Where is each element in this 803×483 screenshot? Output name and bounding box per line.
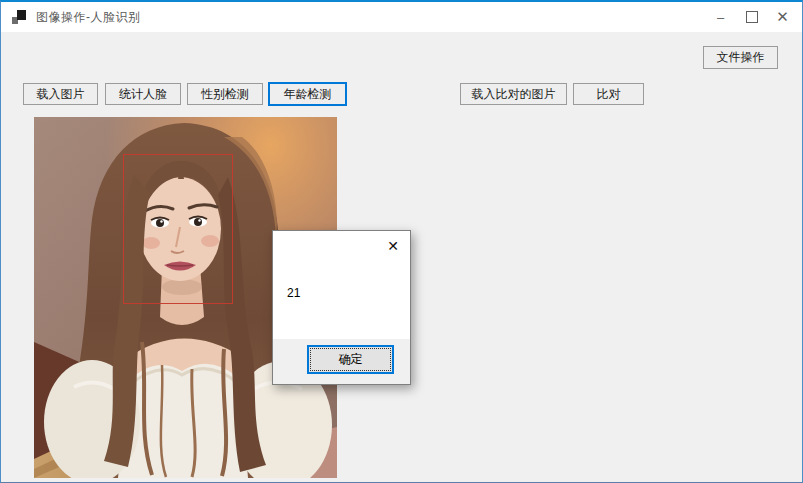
face-detection-box bbox=[123, 154, 233, 304]
dialog-close-icon[interactable]: ✕ bbox=[383, 236, 403, 256]
count-faces-button[interactable]: 统计人脸 bbox=[105, 83, 181, 105]
ok-button[interactable]: 确定 bbox=[307, 345, 394, 374]
minimize-icon[interactable]: – bbox=[705, 2, 736, 32]
load-image-button[interactable]: 载入图片 bbox=[23, 83, 98, 105]
app-icon bbox=[12, 10, 27, 24]
load-compare-image-button[interactable]: 载入比对的图片 bbox=[460, 83, 567, 105]
gender-detect-button[interactable]: 性别检测 bbox=[187, 83, 263, 105]
window-title: 图像操作-人脸识别 bbox=[36, 9, 141, 26]
close-icon[interactable]: ✕ bbox=[767, 2, 798, 32]
compare-button[interactable]: 比对 bbox=[573, 83, 644, 105]
titlebar: 图像操作-人脸识别 – ✕ bbox=[1, 2, 802, 32]
file-operations-button[interactable]: 文件操作 bbox=[703, 46, 778, 69]
age-detect-button[interactable]: 年龄检测 bbox=[268, 82, 347, 106]
maximize-icon[interactable] bbox=[736, 2, 767, 32]
maximize-box-glyph bbox=[746, 11, 758, 23]
dialog-result-text: 21 bbox=[287, 286, 300, 300]
result-dialog: ✕ 21 确定 bbox=[272, 230, 411, 385]
app-window: 图像操作-人脸识别 – ✕ 文件操作 载入图片 统计人脸 性别检测 年龄检测 载… bbox=[0, 0, 803, 483]
